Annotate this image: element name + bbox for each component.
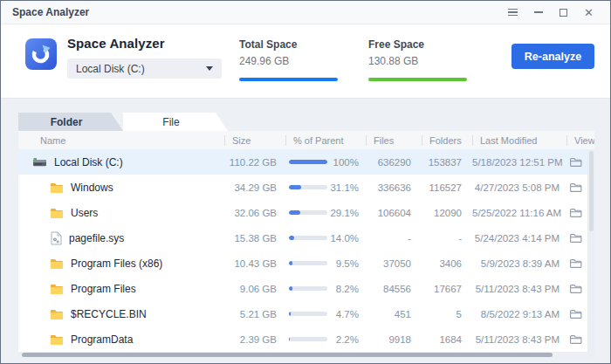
maximize-button[interactable] bbox=[551, 3, 576, 22]
percent-value: 100% bbox=[327, 157, 359, 168]
view-folder-icon bbox=[569, 308, 582, 319]
view-folder-icon bbox=[569, 333, 582, 345]
view-folder-icon bbox=[569, 207, 582, 218]
row-name-label: Program Files (x86) bbox=[71, 258, 162, 270]
row-percent: 14.0% bbox=[285, 233, 366, 244]
row-percent: 9.5% bbox=[285, 258, 366, 269]
column-header-modified[interactable]: Last Modified bbox=[472, 135, 566, 146]
close-button[interactable]: ✕ bbox=[576, 3, 601, 22]
column-header-name[interactable]: Name bbox=[18, 135, 224, 146]
folder-icon bbox=[50, 283, 64, 295]
row-size: 2.39 GB bbox=[224, 334, 285, 345]
table-row[interactable]: Local Disk (C:)110.22 GB100%636290153837… bbox=[18, 149, 594, 175]
app-header: Space Analyzer Local Disk (C:) Total Spa… bbox=[1, 24, 610, 99]
folder-icon bbox=[50, 207, 64, 219]
row-name: Local Disk (C:) bbox=[18, 155, 224, 168]
row-size: 10.43 GB bbox=[224, 258, 285, 269]
row-files: 37050 bbox=[366, 258, 422, 269]
percent-value: 8.2% bbox=[327, 284, 359, 294]
row-percent: 2.2% bbox=[285, 334, 366, 345]
row-percent: 100% bbox=[285, 157, 366, 168]
table-row[interactable]: ProgramData2.39 GB2.2%991816845/11/2023 … bbox=[18, 326, 594, 352]
horizontal-scrollbar[interactable] bbox=[18, 352, 594, 358]
row-modified: 5/9/2023 8:39 AM bbox=[472, 258, 566, 269]
row-size: 32.06 GB bbox=[224, 208, 285, 218]
total-space-value: 249.96 GB bbox=[239, 55, 338, 67]
hamburger-icon bbox=[508, 9, 518, 16]
row-name-label: Users bbox=[71, 207, 98, 219]
tab-folder[interactable]: Folder bbox=[18, 113, 123, 131]
row-files: 336636 bbox=[366, 182, 422, 193]
table-row[interactable]: $RECYCLE.BIN5.21 GB4.7%45158/5/2022 9:13… bbox=[18, 301, 594, 326]
row-files: 451 bbox=[366, 309, 422, 319]
percent-value: 9.5% bbox=[327, 258, 359, 269]
menu-button[interactable] bbox=[500, 3, 525, 22]
horizontal-scrollbar-thumb[interactable] bbox=[22, 353, 553, 357]
folder-table: Name Size % of Parent Files Folders Last… bbox=[18, 131, 594, 358]
tab-file[interactable]: File bbox=[123, 113, 228, 131]
drive-selector[interactable]: Local Disk (C:) bbox=[67, 58, 222, 79]
row-modified: 5/24/2023 4:14 PM bbox=[472, 233, 566, 244]
row-files: 84556 bbox=[366, 284, 422, 294]
row-folders: - bbox=[422, 233, 472, 244]
row-files: - bbox=[366, 233, 422, 244]
row-size: 9.06 GB bbox=[224, 284, 285, 294]
row-name: ProgramData bbox=[18, 333, 224, 346]
percent-bar bbox=[289, 312, 327, 316]
disk-icon bbox=[32, 155, 47, 168]
column-header-view[interactable]: View bbox=[566, 135, 594, 146]
column-header-files[interactable]: Files bbox=[366, 135, 422, 146]
percent-bar bbox=[289, 210, 327, 215]
row-modified: 5/11/2023 8:43 PM bbox=[472, 284, 566, 294]
row-files: 106604 bbox=[366, 208, 422, 218]
percent-bar bbox=[289, 160, 327, 164]
table-row[interactable]: pagefile.sys15.38 GB14.0%--5/24/2023 4:1… bbox=[18, 225, 594, 251]
vertical-scrollbar-thumb[interactable] bbox=[589, 151, 594, 231]
folder-icon bbox=[50, 182, 64, 194]
app-window: Space Analyzer ✕ Space Analyzer bbox=[0, 0, 611, 364]
free-space-block: Free Space 130.88 GB bbox=[368, 38, 467, 81]
percent-value: 14.0% bbox=[327, 233, 359, 244]
title-bar: Space Analyzer ✕ bbox=[1, 1, 610, 24]
minimize-icon bbox=[534, 11, 543, 12]
row-name: pagefile.sys bbox=[18, 231, 224, 245]
column-header-percent[interactable]: % of Parent bbox=[285, 135, 366, 146]
chevron-down-icon bbox=[206, 66, 213, 71]
view-folder-icon bbox=[569, 182, 582, 193]
row-size: 15.38 GB bbox=[224, 233, 285, 244]
app-logo-icon bbox=[25, 38, 57, 70]
folder-icon bbox=[50, 258, 64, 270]
window-title: Space Analyzer bbox=[12, 6, 89, 18]
row-name-label: pagefile.sys bbox=[69, 232, 124, 244]
column-header-size[interactable]: Size bbox=[224, 135, 285, 146]
percent-bar bbox=[289, 261, 327, 265]
table-row[interactable]: Windows34.29 GB31.1%3366361165274/27/202… bbox=[18, 175, 594, 200]
system-file-icon bbox=[50, 231, 62, 245]
table-row[interactable]: Users32.06 GB29.1%106604120905/25/2022 1… bbox=[18, 200, 594, 225]
view-folder-icon bbox=[569, 156, 582, 168]
row-modified: 4/27/2023 5:08 PM bbox=[472, 182, 566, 193]
total-space-bar bbox=[239, 78, 338, 81]
vertical-scrollbar[interactable] bbox=[587, 149, 594, 352]
row-size: 110.22 GB bbox=[224, 157, 285, 168]
row-percent: 31.1% bbox=[285, 182, 366, 193]
tab-bar: Folder File bbox=[18, 113, 594, 131]
table-row[interactable]: Program Files9.06 GB8.2%84556176675/11/2… bbox=[18, 276, 594, 301]
drive-selector-value: Local Disk (C:) bbox=[76, 63, 145, 75]
row-files: 636290 bbox=[366, 157, 422, 168]
row-name-label: $RECYCLE.BIN bbox=[71, 308, 147, 320]
percent-value: 29.1% bbox=[327, 208, 359, 218]
total-space-block: Total Space 249.96 GB bbox=[239, 38, 338, 81]
table-row[interactable]: Program Files (x86)10.43 GB9.5%370503406… bbox=[18, 251, 594, 276]
table-header: Name Size % of Parent Files Folders Last… bbox=[18, 131, 594, 149]
minimize-button[interactable] bbox=[525, 3, 551, 22]
row-modified: 5/25/2022 11:16 AM bbox=[472, 208, 566, 218]
row-modified: 8/5/2022 9:13 AM bbox=[472, 309, 566, 319]
reanalyze-button[interactable]: Re-analyze bbox=[511, 44, 594, 69]
total-space-label: Total Space bbox=[239, 38, 338, 51]
column-header-folders[interactable]: Folders bbox=[422, 135, 472, 146]
page-title: Space Analyzer bbox=[67, 36, 222, 51]
percent-value: 2.2% bbox=[327, 334, 359, 345]
row-name-label: ProgramData bbox=[71, 333, 133, 346]
percent-bar bbox=[289, 337, 327, 341]
